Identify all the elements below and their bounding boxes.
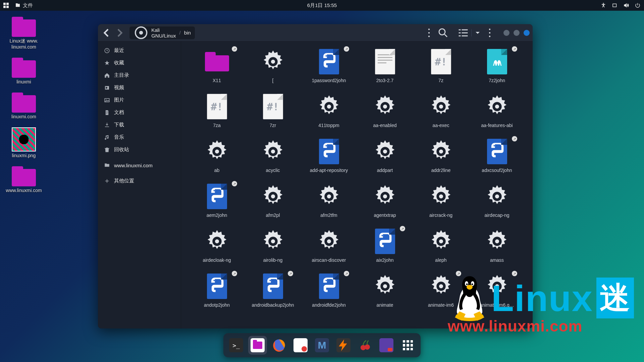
file-item[interactable]: amass [471,226,523,263]
file-label: amass [471,257,523,263]
file-item[interactable]: ↗1password2john [303,46,355,83]
path-menu-button[interactable] [423,27,435,39]
file-item[interactable]: ↗andotp2john [191,271,243,308]
sidebar-item-music[interactable]: 音乐 [98,131,181,143]
desktop-item[interactable]: linuxmi.com [2,93,46,119]
file-item[interactable]: afm2pl [247,181,299,218]
file-item[interactable]: addpart [359,136,411,173]
file-label: aix2john [359,257,411,263]
dock-item-firefox[interactable] [270,336,288,355]
sidebar-item-download[interactable]: 下载 [98,119,181,131]
desktop-item[interactable]: www.linuxmi.com [2,166,46,193]
dock: >_M [223,333,421,357]
forward-button[interactable] [114,27,126,39]
file-item[interactable]: afm2tfm [303,181,355,218]
file-item[interactable]: animate [359,271,411,308]
file-item[interactable]: ↗androidbackup2john [247,271,299,308]
minimize-button[interactable] [503,30,509,36]
file-item[interactable]: airdecloak-ng [191,226,243,263]
file-item[interactable]: ab [191,136,243,173]
sidebar-item-doc[interactable]: 文档 [98,106,181,119]
dock-item-apps-grid[interactable] [398,336,417,355]
clock[interactable]: 6月1日 15:55 [307,2,337,9]
search-button[interactable] [437,27,449,39]
file-item[interactable]: aa-exec [415,91,467,128]
file-item[interactable]: aircrack-ng [415,181,467,218]
file-item[interactable]: [ [247,46,299,83]
sidebar-item-home[interactable]: 主目录 [98,69,181,81]
watermark-text: Linux [491,277,593,319]
svg-point-9 [428,28,430,30]
symlink-badge-icon: ↗ [512,46,517,52]
power-icon[interactable] [635,2,641,8]
sidebar-item-folder[interactable]: www.linuxmi.com [98,159,181,171]
file-label: androidfde2john [303,302,355,308]
file-item[interactable]: addr2line [415,136,467,173]
file-item[interactable]: airscan-discover [303,226,355,263]
path-bar[interactable]: Kali GNU/Linux / bin [129,26,195,39]
sidebar-item-star[interactable]: 收藏 [98,57,181,69]
file-item[interactable]: airdecap-ng [471,181,523,218]
file-item[interactable]: agentxtrap [359,181,411,218]
breadcrumb-seg-label: bin [184,30,191,36]
file-item[interactable]: ↗X11 [191,46,243,83]
file-label: animate [359,302,411,308]
file-item[interactable]: acyclic [247,136,299,173]
folder-icon [12,93,36,113]
accessibility-icon[interactable] [600,2,606,8]
files-app-menu[interactable]: 文件 [15,2,33,9]
file-label: X11 [191,78,243,83]
file-gear-icon [483,182,511,210]
dock-item-burp[interactable] [334,336,353,355]
file-item[interactable]: #!7za [191,91,243,128]
sidebar-item-label: 图片 [114,97,124,103]
file-item[interactable]: 2to3-2.7 [359,46,411,83]
back-button[interactable] [100,27,112,39]
dock-item-metasploit[interactable]: M [313,336,331,355]
file-gear-icon [315,182,343,210]
files-app-label: 文件 [23,2,33,9]
dock-item-terminal[interactable]: >_ [227,336,246,355]
file-gear-icon [483,93,511,121]
desktop-item[interactable]: Linux迷 www. linuxmi.com [2,17,46,50]
view-dropdown-button[interactable] [474,27,482,39]
activities-button[interactable] [3,3,9,8]
sidebar-item-clock[interactable]: 最近 [98,44,181,57]
dock-item-files[interactable] [248,336,267,355]
file-label: 2to3-2.7 [359,78,411,83]
file-item[interactable]: aa-features-abi [471,91,523,128]
view-toggle-button[interactable] [457,27,469,39]
sidebar: 最近收藏主目录视频图片文档下载音乐回收站www.linuxmi.com其他位置 [98,42,181,328]
file-py-icon [315,272,343,300]
file-label: airdecap-ng [471,213,523,218]
desktop-item[interactable]: linuxmi.png [2,127,46,158]
breadcrumb-seg[interactable]: bin [184,30,191,36]
dock-item-cherrytree[interactable] [356,336,374,355]
file-item[interactable]: airolib-ng [247,226,299,263]
file-item[interactable]: aa-enabled [359,91,411,128]
window-controls-icon[interactable] [612,2,618,8]
close-button[interactable] [524,30,530,36]
file-item[interactable]: ↗adxcsouf2john [471,136,523,173]
sidebar-item-video[interactable]: 视频 [98,81,181,94]
breadcrumb-root[interactable]: Kali GNU/Linux [133,25,176,40]
file-gear-icon [371,272,399,300]
sidebar-item-image[interactable]: 图片 [98,94,181,106]
file-item[interactable]: ↗aem2john [191,181,243,218]
file-item[interactable]: 411toppm [303,91,355,128]
sidebar-item-trash[interactable]: 回收站 [98,143,181,156]
volume-icon[interactable] [623,2,629,8]
sidebar-item-plus[interactable]: 其他位置 [98,175,181,187]
file-item[interactable]: #!7z [415,46,467,83]
desktop-item[interactable]: linuxmi [2,58,46,84]
file-item[interactable]: ↗7z2john [471,46,523,83]
hamburger-menu-button[interactable] [484,27,496,39]
file-item[interactable]: #!7zr [247,91,299,128]
file-item[interactable]: ↗androidfde2john [303,271,355,308]
file-item[interactable]: ↗aix2john [359,226,411,263]
maximize-button[interactable] [514,30,520,36]
dock-item-screenshot[interactable] [377,336,396,355]
dock-item-text-editor[interactable] [291,336,310,355]
file-item[interactable]: add-apt-repository [303,136,355,173]
file-item[interactable]: aleph [415,226,467,263]
